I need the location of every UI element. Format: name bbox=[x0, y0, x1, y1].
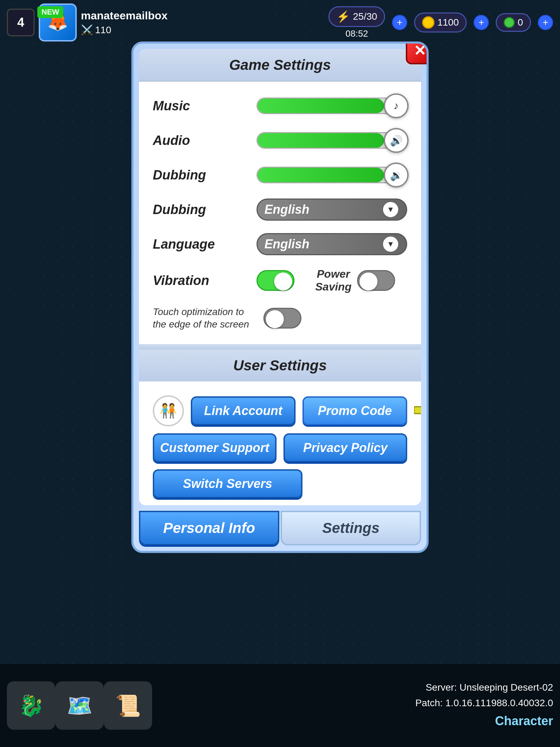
vibration-label: Vibration bbox=[153, 273, 250, 288]
language-dropdown[interactable]: English ▼ bbox=[256, 233, 407, 255]
power-saving-toggle[interactable] bbox=[357, 270, 395, 291]
tab-settings[interactable]: Settings bbox=[281, 511, 421, 545]
audio-setting-row: Audio 🔊 bbox=[153, 123, 407, 158]
toggle-group: Power Saving bbox=[256, 268, 395, 293]
dubbing-slider-fill bbox=[258, 168, 384, 182]
game-settings-header: Game Settings bbox=[139, 49, 421, 82]
customer-support-button[interactable]: Customer Support bbox=[153, 433, 277, 462]
modal-tabs: Personal Info Settings bbox=[139, 511, 421, 545]
svg-marker-0 bbox=[414, 396, 421, 424]
toggles-row: Vibration Power Saving bbox=[153, 261, 407, 299]
settings-body: Music ♪ Audio 🔊 bbox=[139, 82, 421, 344]
promo-code-arrow bbox=[414, 396, 421, 425]
music-slider-thumb: ♪ bbox=[384, 93, 409, 118]
audio-slider[interactable]: 🔊 bbox=[256, 129, 407, 151]
dubbing-slider[interactable]: 🔉 bbox=[256, 164, 407, 186]
language-dropdown-arrow: ▼ bbox=[382, 236, 399, 253]
dubbing-slider-row: Dubbing 🔉 bbox=[153, 158, 407, 192]
power-saving-label2: Saving bbox=[315, 280, 352, 293]
dubbing-value: English bbox=[264, 202, 309, 217]
user-settings-body: 🧑‍🤝‍🧑 Link Account Promo Code Customer S… bbox=[139, 381, 421, 505]
power-saving-knob bbox=[360, 273, 377, 290]
dubbing-dropdown-arrow: ▼ bbox=[382, 201, 399, 218]
music-setting-row: Music ♪ bbox=[153, 89, 407, 123]
touch-optimization-row: Touch optimization to the edge of the sc… bbox=[153, 299, 407, 337]
language-value: English bbox=[264, 237, 309, 251]
button-row-3: Switch Servers bbox=[153, 469, 407, 498]
modal-content: Game Settings Music ♪ Audio bbox=[139, 49, 421, 505]
audio-slider-fill bbox=[258, 133, 384, 148]
vibration-knob bbox=[274, 273, 292, 290]
promo-code-button[interactable]: Promo Code bbox=[302, 396, 407, 425]
dubbing-dropdown[interactable]: English ▼ bbox=[256, 199, 407, 221]
power-saving-item: Power Saving bbox=[315, 268, 395, 293]
music-label: Music bbox=[153, 99, 250, 113]
account-avatar-icon: 🧑‍🤝‍🧑 bbox=[153, 395, 184, 426]
tab-personal-info[interactable]: Personal Info bbox=[139, 511, 279, 545]
link-account-button[interactable]: Link Account bbox=[191, 396, 296, 425]
touch-toggle[interactable] bbox=[263, 308, 301, 329]
button-row-2: Customer Support Privacy Policy bbox=[153, 433, 407, 462]
vibration-toggle[interactable] bbox=[256, 270, 295, 291]
settings-modal: ✕ Game Settings Music ♪ bbox=[131, 42, 429, 553]
touch-label: Touch optimization to the edge of the sc… bbox=[153, 306, 250, 331]
music-slider[interactable]: ♪ bbox=[256, 95, 407, 117]
dubbing-slider-label: Dubbing bbox=[153, 168, 250, 183]
button-row-1: 🧑‍🤝‍🧑 Link Account Promo Code bbox=[153, 395, 407, 426]
language-label: Language bbox=[153, 237, 250, 252]
dubbing-dropdown-label: Dubbing bbox=[153, 202, 250, 217]
close-button[interactable]: ✕ bbox=[406, 42, 429, 64]
audio-slider-thumb: 🔊 bbox=[384, 128, 409, 153]
language-dropdown-row: Language English ▼ bbox=[153, 227, 407, 261]
dubbing-slider-thumb: 🔉 bbox=[384, 163, 409, 187]
power-saving-label: Power bbox=[315, 268, 352, 280]
audio-label: Audio bbox=[153, 133, 250, 148]
music-slider-fill bbox=[258, 99, 384, 113]
dubbing-dropdown-row: Dubbing English ▼ bbox=[153, 192, 407, 227]
modal-overlay: ✕ Game Settings Music ♪ bbox=[0, 0, 560, 747]
section-divider bbox=[139, 344, 421, 350]
privacy-policy-button[interactable]: Privacy Policy bbox=[283, 433, 407, 462]
switch-servers-button[interactable]: Switch Servers bbox=[153, 469, 302, 498]
touch-knob bbox=[266, 310, 284, 328]
user-settings-header: User Settings bbox=[139, 350, 421, 381]
